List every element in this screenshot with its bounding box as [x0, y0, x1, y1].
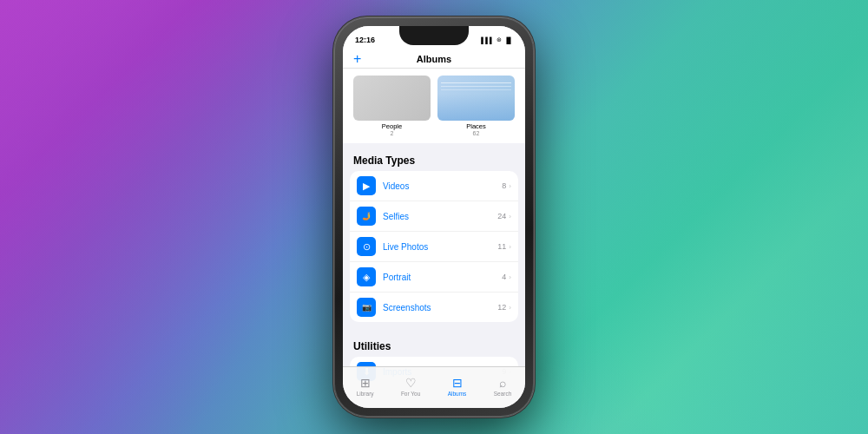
screenshots-count: 12: [497, 303, 506, 312]
utilities-header: Utilities: [343, 329, 525, 357]
screenshots-icon: 📷: [357, 298, 376, 317]
add-button[interactable]: +: [353, 51, 361, 67]
tab-search[interactable]: ⌕ Search: [494, 376, 512, 397]
album-row: People 2 Places 62: [343, 69, 525, 143]
list-item-videos[interactable]: ▶ Videos 8 ›: [350, 171, 518, 201]
selfies-label: Selfies: [383, 212, 497, 221]
wifi-icon: ⊛: [496, 36, 502, 43]
for-you-icon: ♡: [405, 376, 417, 390]
signal-icon: ▌▌▌: [481, 37, 494, 43]
status-time: 12:16: [355, 36, 375, 44]
places-count: 62: [437, 130, 515, 136]
portrait-count: 4: [502, 273, 506, 281]
tab-library[interactable]: ⊞ Library: [357, 376, 374, 397]
content-area: People 2 Places 62 Media Types: [343, 69, 525, 385]
videos-chevron: ›: [509, 182, 511, 190]
media-types-header: Media Types: [343, 143, 525, 171]
status-icons: ▌▌▌ ⊛ ▐▌: [481, 36, 513, 43]
library-icon: ⊞: [360, 376, 371, 390]
videos-count: 8: [502, 181, 506, 190]
search-label: Search: [494, 391, 512, 397]
portrait-chevron: ›: [509, 273, 511, 281]
list-item-screenshots[interactable]: 📷 Screenshots 12 ›: [350, 293, 518, 322]
media-types-title: Media Types: [353, 155, 415, 167]
videos-icon: ▶: [357, 176, 376, 195]
search-icon: ⌕: [499, 376, 506, 390]
tab-bar: ⊞ Library ♡ For You ⊟ Albums ⌕ Search: [343, 366, 525, 408]
people-thumbnail: [353, 76, 431, 121]
live-photos-count: 11: [497, 242, 506, 251]
live-photos-label: Live Photos: [383, 242, 497, 252]
media-types-list: ▶ Videos 8 › 🤳 Selfies 24 › ⊙: [350, 171, 518, 322]
screenshots-label: Screenshots: [383, 303, 497, 312]
battery-icon: ▐▌: [504, 37, 513, 43]
tab-for-you[interactable]: ♡ For You: [401, 376, 420, 397]
places-label: Places: [437, 122, 515, 130]
album-people[interactable]: People 2: [353, 76, 431, 136]
selfies-count: 24: [497, 212, 506, 220]
live-photos-chevron: ›: [509, 243, 511, 251]
portrait-icon: ◈: [357, 267, 376, 286]
selfies-icon: 🤳: [357, 207, 376, 226]
library-label: Library: [357, 391, 374, 397]
for-you-label: For You: [401, 391, 420, 397]
phone-notch: [399, 26, 469, 45]
album-places[interactable]: Places 62: [437, 76, 515, 136]
tab-albums[interactable]: ⊟ Albums: [448, 376, 467, 397]
portrait-label: Portrait: [383, 273, 502, 282]
videos-label: Videos: [383, 181, 502, 191]
list-item-portrait[interactable]: ◈ Portrait 4 ›: [350, 262, 518, 293]
nav-bar: + Albums: [343, 50, 525, 69]
utilities-title: Utilities: [353, 340, 391, 352]
people-label: People: [353, 122, 431, 130]
people-count: 2: [353, 130, 431, 136]
live-photos-icon: ⊙: [357, 237, 376, 256]
list-item-live-photos[interactable]: ⊙ Live Photos 11 ›: [350, 232, 518, 262]
list-item-selfies[interactable]: 🤳 Selfies 24 ›: [350, 201, 518, 232]
screenshots-chevron: ›: [509, 304, 511, 312]
phone-screen: 12:16 ▌▌▌ ⊛ ▐▌ + Albums People: [343, 26, 525, 408]
phone-device: 12:16 ▌▌▌ ⊛ ▐▌ + Albums People: [334, 17, 534, 417]
nav-title: Albums: [417, 54, 451, 64]
phone-frame: 12:16 ▌▌▌ ⊛ ▐▌ + Albums People: [334, 17, 534, 417]
albums-label: Albums: [448, 391, 467, 397]
selfies-chevron: ›: [509, 213, 511, 220]
albums-icon: ⊟: [452, 376, 463, 390]
places-thumbnail: [437, 76, 515, 121]
